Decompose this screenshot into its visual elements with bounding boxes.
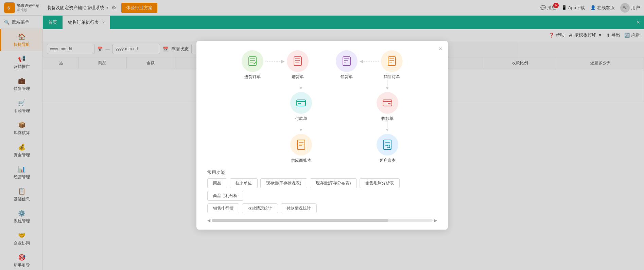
arrow-purchase-to-bill: ▶ <box>263 58 287 64</box>
sales-order-label: 销售订单 <box>384 74 400 80</box>
flow-node-purchase-bill[interactable]: 进货单 <box>287 50 309 80</box>
flow-middle-section: ▼ 付款单 ▼ 收款单 <box>207 80 437 122</box>
modal: × 进货订单 ▶ <box>196 41 448 230</box>
flow-node-sales-order[interactable]: 销售订单 <box>381 50 403 80</box>
btn-receipt-stats[interactable]: 收款情况统计 <box>242 203 278 213</box>
customer-ledger-label: 客户账本 <box>379 158 396 163</box>
svg-rect-23 <box>388 103 390 104</box>
common-buttons: 商品 往来单位 现存量(库存状况表) 现存量(库存分布表) 销售毛利分析表 商品… <box>207 178 437 201</box>
scroll-left-arrow[interactable]: ◀ <box>207 218 210 223</box>
v-arrow-4 <box>387 122 387 128</box>
flow-node-supplier-ledger[interactable]: 供应商账本 <box>290 134 312 163</box>
arrow-order-to-bill: ◀ <box>358 58 381 64</box>
supplier-ledger-label: 供应商账本 <box>291 158 311 163</box>
receipt-icon <box>377 92 398 114</box>
svg-rect-24 <box>297 140 305 149</box>
btn-payment-stats[interactable]: 付款情况统计 <box>281 203 317 213</box>
payment-icon <box>290 92 312 114</box>
receipt-label: 收款单 <box>381 116 394 122</box>
svg-line-34 <box>389 147 390 148</box>
btn-stock-status[interactable]: 现存量(库存状况表) <box>260 178 307 188</box>
flow-node-purchase-order[interactable]: 进货订单 <box>242 50 263 80</box>
btn-stock-dist[interactable]: 现存量(库存分布表) <box>310 178 357 188</box>
sales-order-icon <box>381 50 403 72</box>
right-column: ▼ 收款单 <box>377 80 398 122</box>
svg-point-33 <box>387 145 390 148</box>
flow-node-customer-ledger[interactable]: 客户账本 <box>377 134 398 163</box>
purchase-order-icon <box>242 50 263 72</box>
common-buttons-row2: 销售排行榜 收款情况统计 付款情况统计 <box>207 203 437 213</box>
svg-rect-18 <box>297 100 306 106</box>
common-functions-section: 常用功能 商品 往来单位 现存量(库存状况表) 现存量(库存分布表) 销售毛利分… <box>207 169 437 213</box>
v-arrow-3 <box>301 122 301 128</box>
btn-sales-margin[interactable]: 销售毛利分析表 <box>360 178 400 188</box>
customer-ledger-icon <box>377 134 398 156</box>
purchase-bill-icon <box>287 50 309 72</box>
svg-rect-10 <box>343 57 350 66</box>
svg-rect-21 <box>383 100 392 106</box>
scroll-track[interactable] <box>212 219 433 222</box>
left-column: ▼ 付款单 <box>290 80 312 122</box>
purchase-bill-label: 进货单 <box>292 74 304 80</box>
flow-node-payment[interactable]: 付款单 <box>290 92 312 122</box>
v-arrow-2 <box>387 80 387 87</box>
modal-overlay[interactable]: × 进货订单 ▶ <box>0 0 644 270</box>
btn-partners[interactable]: 往来单位 <box>230 178 258 188</box>
flow-node-receipt[interactable]: 收款单 <box>377 92 398 122</box>
svg-rect-2 <box>249 57 256 66</box>
modal-close-button[interactable]: × <box>439 46 442 53</box>
svg-rect-28 <box>297 141 298 149</box>
btn-product[interactable]: 商品 <box>207 178 227 188</box>
supplier-ledger-icon <box>290 134 312 156</box>
right-bottom-column: ▼ 客户账本 <box>377 122 398 163</box>
svg-rect-20 <box>298 103 301 104</box>
scroll-thumb <box>212 219 388 222</box>
sales-bill-label: 销货单 <box>341 74 353 80</box>
common-functions-title: 常用功能 <box>207 169 437 176</box>
svg-rect-14 <box>388 57 396 66</box>
btn-product-margin[interactable]: 商品毛利分析 <box>207 191 243 201</box>
modal-scrollbar: ◀ ▶ <box>207 218 437 223</box>
btn-sales-rank[interactable]: 销售排行榜 <box>207 203 239 213</box>
flow-top-row: 进货订单 ▶ 进货单 <box>242 50 403 80</box>
left-bottom-column: ▼ 供应商账本 <box>290 122 312 163</box>
scroll-right-arrow[interactable]: ▶ <box>434 218 437 223</box>
sales-bill-icon <box>336 50 358 72</box>
v-arrow-1 <box>301 80 301 87</box>
flow-node-sales-bill[interactable]: 销货单 <box>336 50 358 80</box>
flow-diagram: 进货订单 ▶ 进货单 <box>207 50 437 163</box>
svg-rect-6 <box>294 57 301 66</box>
payment-label: 付款单 <box>295 116 307 122</box>
purchase-order-label: 进货订单 <box>244 74 261 80</box>
flow-bottom-section: ▼ 供应商账本 ▼ 客户 <box>207 122 437 163</box>
